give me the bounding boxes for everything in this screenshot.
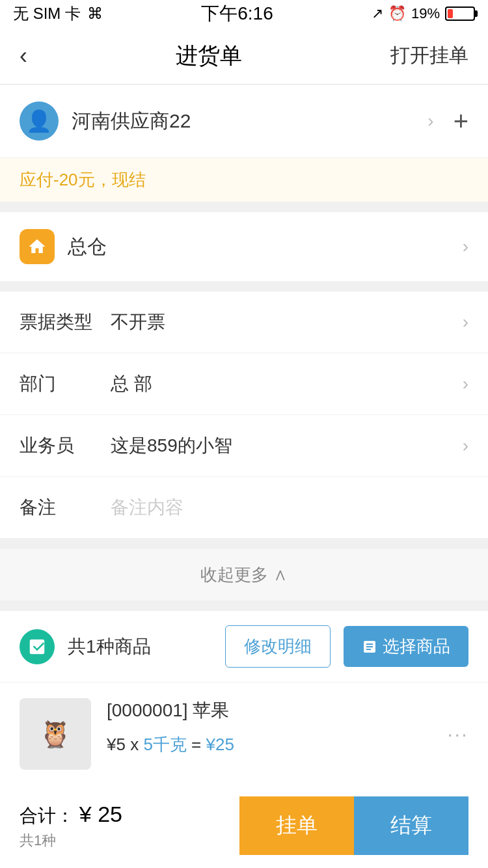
battery-icon — [445, 7, 475, 21]
supplier-section: 👤 河南供应商22 › + 应付-20元，现结 — [0, 85, 488, 202]
product-item: 🦉 [0000001] 苹果 ¥5 x 5千克 = ¥25 ··· — [0, 683, 488, 786]
battery-percent: 19% — [411, 5, 440, 22]
total-count: 共1种 — [20, 831, 239, 850]
invoice-row[interactable]: 票据类型 不开票 › — [0, 292, 488, 353]
note-row[interactable]: 备注 备注内容 — [0, 477, 488, 539]
warehouse-section: 总仓 › — [0, 212, 488, 281]
select-icon — [362, 639, 377, 655]
status-bar: 无 SIM 卡 ⌘ 下午6:16 ↗ ⏰ 19% — [0, 0, 488, 27]
supplier-chevron-icon: › — [427, 111, 433, 131]
product-thumbnail: 🦉 — [20, 698, 91, 770]
note-label: 备注 — [20, 495, 111, 520]
products-section: 共1种商品 修改明细 选择商品 🦉 [0000001] 苹果 ¥5 — [0, 611, 488, 786]
back-button[interactable]: ‹ — [20, 42, 27, 70]
open-hang-button[interactable]: 打开挂单 — [390, 42, 468, 69]
supplier-avatar: 👤 — [20, 102, 59, 141]
add-supplier-button[interactable]: + — [454, 107, 468, 136]
nav-bar: ‹ 进货单 打开挂单 — [0, 27, 488, 85]
avatar-icon: 👤 — [26, 109, 52, 133]
product-price-row: ¥5 x 5千克 = ¥25 — [107, 733, 447, 756]
bottom-bar: 合计： ¥ 25 共1种 挂单 结算 — [0, 783, 488, 868]
invoice-value: 不开票 — [111, 310, 463, 334]
owl-icon: 🦉 — [39, 719, 72, 750]
content-area: 👤 河南供应商22 › + 应付-20元，现结 总仓 › 票据类型 不开票 › … — [0, 85, 488, 868]
product-name: [0000001] 苹果 — [107, 698, 447, 723]
note-input[interactable]: 备注内容 — [111, 495, 468, 520]
sales-label: 业务员 — [20, 433, 111, 458]
products-icon — [20, 629, 55, 664]
sales-row[interactable]: 业务员 这是859的小智 › — [0, 415, 488, 477]
invoice-chevron-icon: › — [463, 312, 468, 332]
payment-hint: 应付-20元，现结 — [0, 158, 488, 202]
total-value: ¥25 — [206, 735, 234, 754]
collapse-label: 收起更多 ∧ — [200, 565, 287, 584]
form-section: 票据类型 不开票 › 部门 总 部 › 业务员 这是859的小智 › 备注 备注… — [0, 292, 488, 539]
products-count: 共1种商品 — [68, 634, 212, 659]
settle-button[interactable]: 结算 — [354, 796, 468, 855]
collapse-bar[interactable]: 收起更多 ∧ — [0, 549, 488, 601]
supplier-name: 河南供应商22 — [72, 108, 427, 135]
warehouse-icon — [20, 229, 55, 264]
sales-chevron-icon: › — [463, 435, 468, 456]
sales-value: 这是859的小智 — [111, 433, 463, 458]
warehouse-row[interactable]: 总仓 › — [0, 212, 488, 281]
carrier-label: 无 SIM 卡 — [13, 3, 81, 24]
price-value: ¥5 — [107, 735, 126, 754]
dept-chevron-icon: › — [463, 373, 468, 394]
alarm-icon: ⏰ — [388, 5, 406, 22]
product-info: [0000001] 苹果 ¥5 x 5千克 = ¥25 — [107, 698, 447, 756]
products-header: 共1种商品 修改明细 选择商品 — [0, 611, 488, 683]
supplier-row[interactable]: 👤 河南供应商22 › + — [0, 85, 488, 158]
location-icon: ↗ — [372, 5, 383, 22]
total-label-row: 合计： ¥ 25 — [20, 802, 239, 828]
time-label: 下午6:16 — [201, 1, 273, 26]
invoice-label: 票据类型 — [20, 310, 111, 334]
dept-value: 总 部 — [111, 372, 463, 396]
select-products-label: 选择商品 — [383, 635, 450, 658]
total-section: 合计： ¥ 25 共1种 — [20, 802, 239, 850]
quantity-value: 5千克 — [143, 735, 186, 754]
product-id: [0000001] — [107, 700, 188, 720]
dept-row[interactable]: 部门 总 部 › — [0, 353, 488, 415]
status-right: ↗ ⏰ 19% — [372, 5, 475, 22]
status-left: 无 SIM 卡 ⌘ — [13, 3, 103, 24]
warehouse-name: 总仓 — [68, 234, 463, 260]
total-label: 合计： — [20, 806, 74, 826]
page-title: 进货单 — [176, 41, 242, 71]
hang-button[interactable]: 挂单 — [239, 796, 354, 855]
wifi-icon: ⌘ — [87, 5, 103, 23]
warehouse-chevron-icon: › — [463, 236, 468, 257]
product-more-button[interactable]: ··· — [447, 722, 468, 746]
modify-detail-button[interactable]: 修改明细 — [225, 625, 331, 668]
dept-label: 部门 — [20, 372, 111, 396]
equals-sign: = — [191, 735, 206, 754]
total-amount: ¥ 25 — [79, 802, 122, 826]
select-products-button[interactable]: 选择商品 — [344, 626, 468, 667]
product-title: 苹果 — [193, 700, 229, 720]
price-x: x — [130, 735, 143, 754]
